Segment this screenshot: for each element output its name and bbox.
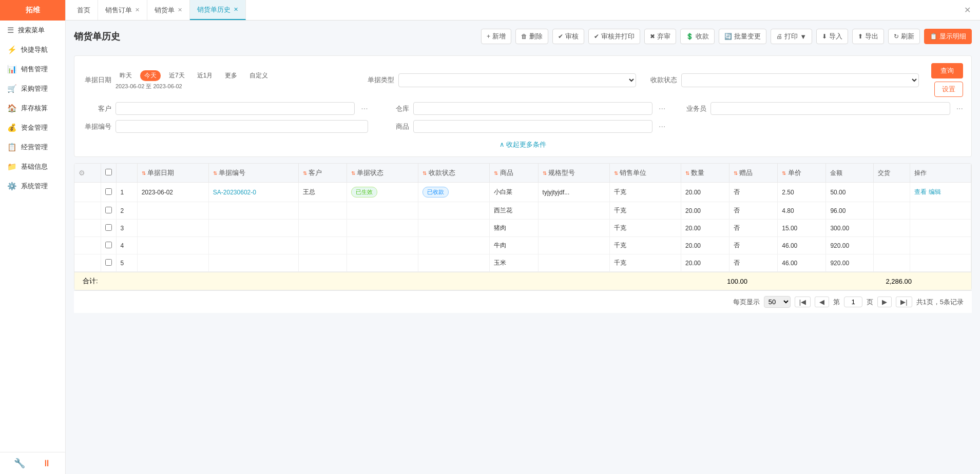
cell-unit-price: 46.00	[778, 254, 826, 272]
filter-doctype-select[interactable]	[398, 73, 636, 87]
col-gear[interactable]: ⚙	[74, 164, 101, 183]
date-btn-today[interactable]: 今天	[140, 70, 161, 81]
sidebar-item-label: 经营管理	[21, 143, 48, 152]
goods-picker-icon[interactable]: ···	[659, 122, 665, 131]
col-customer[interactable]: ⇅ 客户	[298, 164, 347, 183]
audit-button[interactable]: ✔ 审核	[552, 29, 584, 44]
import-button[interactable]: ⬇ 导入	[816, 29, 848, 44]
col-doc-status[interactable]: ⇅ 单据状态	[347, 164, 418, 183]
row-checkbox-1[interactable]	[105, 207, 112, 213]
filter-docnumber-input[interactable]	[116, 120, 368, 133]
tab-sales-order-close[interactable]: ✕	[135, 7, 140, 13]
add-button[interactable]: + 新增	[481, 29, 511, 44]
tab-sales-goods[interactable]: 销货单 ✕	[147, 0, 190, 20]
delete-button[interactable]: 🗑 删除	[515, 29, 548, 44]
tab-sales-goods-history[interactable]: 销货单历史 ✕	[190, 0, 246, 20]
sort-icon: ⇅	[422, 170, 427, 176]
col-spec-model[interactable]: ⇅ 规格型号	[538, 164, 609, 183]
sidebar-collapse-icon[interactable]: ⏸	[42, 458, 51, 469]
filter-goods-input[interactable]	[413, 120, 652, 133]
tabs-close-all[interactable]: ✕	[959, 5, 976, 15]
action-查看[interactable]: 查看	[914, 188, 927, 195]
doc-number-link[interactable]: SA-20230602-0	[213, 189, 256, 196]
sidebar-item-sales-mgmt[interactable]: 📊 销售管理	[0, 60, 65, 79]
col-receipt-status[interactable]: ⇅ 收款状态	[418, 164, 490, 183]
sidebar-item-search-menu[interactable]: ☰ 搜索菜单	[0, 21, 65, 40]
cell-customer	[298, 220, 347, 237]
page-last-btn[interactable]: ▶|	[896, 297, 912, 307]
batch-change-button[interactable]: 🔄 批量变更	[719, 29, 766, 44]
col-goods[interactable]: ⇅ 商品	[490, 164, 538, 183]
filter-date-label: 单据日期	[83, 75, 111, 85]
sidebar-item-label: 基础信息	[21, 162, 48, 171]
cell-goods: 西兰花	[490, 202, 538, 220]
sidebar-item-purchase-mgmt[interactable]: 🛒 采购管理	[0, 79, 65, 98]
filter-customer-item: 客户 ···	[83, 102, 368, 115]
table-body: 1 2023-06-02 SA-20230602-0 王总 已生效 已收款 小白…	[74, 183, 971, 272]
tab-sales-goods-history-label: 销货单历史	[197, 5, 230, 14]
show-detail-button[interactable]: 📋 显示明细	[924, 29, 972, 44]
filter-warehouse-input[interactable]	[413, 102, 652, 115]
cell-spec-model	[538, 254, 609, 272]
cell-quantity: 20.00	[681, 237, 729, 254]
tab-sales-goods-history-close[interactable]: ✕	[234, 6, 238, 13]
refresh-button[interactable]: ↻ 刷新	[888, 29, 920, 44]
tab-home[interactable]: 首页	[70, 0, 98, 20]
col-doc-number[interactable]: ⇅ 单据编号	[208, 164, 298, 183]
tab-sales-goods-close[interactable]: ✕	[178, 7, 182, 13]
table-gear-icon[interactable]: ⚙	[79, 169, 85, 177]
sidebar-item-system-mgmt[interactable]: ⚙️ 系统管理	[0, 176, 65, 196]
sidebar-settings-icon[interactable]: 🔧	[14, 458, 25, 469]
col-doc-date[interactable]: ⇅ 单据日期	[137, 164, 208, 183]
col-unit-price[interactable]: ⇅ 单价	[778, 164, 826, 183]
tab-sales-order[interactable]: 销售订单 ✕	[98, 0, 147, 20]
cell-doc-status: 已生效	[347, 183, 418, 202]
date-btn-1month[interactable]: 近1月	[193, 70, 217, 81]
sidebar-item-quick-nav[interactable]: ⚡ 快捷导航	[0, 40, 65, 60]
cell-gift: 否	[729, 202, 778, 220]
row-checkbox-3[interactable]	[105, 242, 112, 248]
salesperson-picker-icon[interactable]: ···	[956, 104, 963, 113]
doc-status-badge: 已生效	[351, 187, 377, 198]
customer-picker-icon[interactable]: ···	[361, 104, 368, 113]
date-btn-yesterday[interactable]: 昨天	[116, 70, 136, 81]
date-btn-custom[interactable]: 自定义	[245, 70, 272, 81]
sidebar-item-label: 库存核算	[21, 104, 48, 113]
col-quantity[interactable]: ⇅ 数量	[681, 164, 729, 183]
page-number-input[interactable]	[844, 297, 862, 307]
page-next-btn[interactable]: ▶	[877, 297, 892, 307]
col-sales-unit[interactable]: ⇅ 销售单位	[609, 164, 681, 183]
row-checkbox-0[interactable]	[105, 188, 112, 195]
action-编辑[interactable]: 编辑	[929, 188, 941, 195]
page-prev-btn[interactable]: ◀	[815, 297, 829, 307]
row-checkbox-4[interactable]	[105, 259, 112, 266]
sidebar-item-basic-info[interactable]: 📁 基础信息	[0, 157, 65, 176]
query-button[interactable]: 查询	[931, 63, 963, 78]
abandon-button[interactable]: ✖ 弃审	[644, 29, 676, 44]
sidebar-item-finance-mgmt[interactable]: 💰 资金管理	[0, 118, 65, 137]
settings-button[interactable]: 设置	[934, 82, 963, 97]
cell-unit-price: 4.80	[778, 202, 826, 220]
sidebar-item-inventory[interactable]: 🏠 库存核算	[0, 98, 65, 118]
date-btn-more[interactable]: 更多	[221, 70, 241, 81]
col-gift[interactable]: ⇅ 赠品	[729, 164, 778, 183]
cell-sales-unit: 千克	[609, 254, 681, 272]
cell-rownum: 1	[116, 183, 137, 202]
cell-amount: 920.00	[826, 254, 874, 272]
filter-salesperson-input[interactable]	[710, 102, 950, 115]
export-button[interactable]: ⬆ 导出	[852, 29, 884, 44]
sidebar-item-label: 快捷导航	[21, 45, 48, 54]
audit-print-button[interactable]: ✔ 审核并打印	[588, 29, 640, 44]
page-first-btn[interactable]: |◀	[795, 297, 811, 307]
select-all-checkbox[interactable]	[105, 169, 112, 175]
sidebar-item-ops-mgmt[interactable]: 📋 经营管理	[0, 137, 65, 157]
per-page-select[interactable]: 50 20 100	[764, 296, 791, 308]
collect-button[interactable]: 💲 收款	[680, 29, 715, 44]
row-checkbox-2[interactable]	[105, 224, 112, 231]
date-btn-7days[interactable]: 近7天	[165, 70, 189, 81]
print-button[interactable]: 🖨 打印 ▼	[771, 29, 812, 44]
filter-receiptstatus-select[interactable]	[681, 73, 919, 87]
filter-customer-input[interactable]	[116, 102, 355, 115]
filter-collapse-btn[interactable]: ∧ 收起更多条件	[83, 138, 963, 149]
warehouse-picker-icon[interactable]: ···	[659, 104, 665, 113]
